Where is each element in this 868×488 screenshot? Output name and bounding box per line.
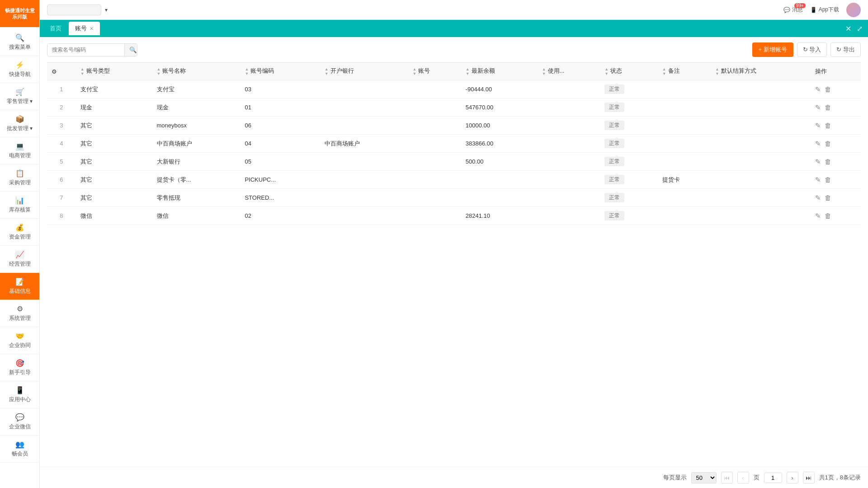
- table-row: 6其它提货卡（零...PICKUPC...正常提货卡✎🗑: [47, 171, 861, 189]
- tab-首页[interactable]: 首页: [43, 22, 68, 35]
- sidebar-item-ecommerce[interactable]: 💻电商管理: [0, 137, 39, 164]
- sidebar-item-inventory[interactable]: 📊库存核算: [0, 192, 39, 219]
- toolbar: 🔍 + 新增账号 ↻ 导入 ↻ 导出: [47, 42, 861, 57]
- col-account[interactable]: ▲▼账号: [408, 63, 461, 80]
- sidebar-item-system[interactable]: ⚙系统管理: [0, 300, 39, 327]
- edit-icon-3[interactable]: ✎: [815, 140, 821, 148]
- message-button[interactable]: 💬 消息 99+: [783, 6, 803, 14]
- cell-type-5: 其它: [76, 171, 152, 189]
- sidebar-item-retail[interactable]: 🛒零售管理 ▾: [0, 83, 39, 110]
- import-button[interactable]: ↻ 导入: [797, 42, 827, 57]
- page-input[interactable]: [764, 473, 782, 483]
- sidebar-item-quick-nav[interactable]: ⚡快捷导航: [0, 56, 39, 83]
- expand-button[interactable]: ⤢: [855, 23, 864, 34]
- sidebar-item-operation[interactable]: 📈经营管理: [0, 246, 39, 273]
- delete-icon-6[interactable]: 🗑: [825, 194, 831, 202]
- sidebar-item-purchase[interactable]: 📋采购管理: [0, 164, 39, 192]
- delete-icon-3[interactable]: 🗑: [825, 140, 831, 147]
- sidebar-item-search-menu[interactable]: 🔍搜索菜单: [0, 29, 39, 56]
- edit-icon-4[interactable]: ✎: [815, 158, 821, 166]
- add-account-button[interactable]: + 新增账号: [752, 42, 793, 57]
- col-name[interactable]: ▲▼账号名称: [152, 63, 241, 80]
- export-button[interactable]: ↻ 导出: [830, 42, 861, 57]
- cell-remark-3: [658, 135, 711, 153]
- cell-status-5: 正常: [600, 171, 657, 189]
- tab-账号[interactable]: 账号✕: [69, 22, 100, 35]
- sidebar-item-app-center[interactable]: 📱应用中心: [0, 381, 39, 408]
- last-page-button[interactable]: ⏭: [803, 472, 815, 483]
- delete-icon-7[interactable]: 🗑: [825, 212, 831, 220]
- delete-icon-1[interactable]: 🗑: [825, 103, 831, 111]
- col-action: 操作: [811, 63, 861, 80]
- col-balance[interactable]: ▲▼最新余额: [461, 63, 538, 80]
- cell-name-0: 支付宝: [152, 80, 241, 99]
- sidebar-item-enterprise-wechat[interactable]: 💬企业微信: [0, 408, 39, 436]
- tab-label-0: 首页: [50, 24, 61, 33]
- sidebar-label-enterprise-wechat: 企业微信: [9, 423, 31, 431]
- delete-icon-4[interactable]: 🗑: [825, 158, 831, 165]
- col-remark[interactable]: ▲▼备注: [658, 63, 711, 80]
- edit-icon-6[interactable]: ✎: [815, 194, 821, 202]
- sidebar-item-member[interactable]: 👥畅会员: [0, 436, 39, 463]
- col-default_pay[interactable]: ▲▼默认结算方式: [711, 63, 811, 80]
- cell-action-2: ✎🗑: [811, 117, 861, 135]
- cell-usage-6: [538, 189, 600, 207]
- sidebar-icon-finance: 💰: [15, 223, 24, 232]
- edit-icon-7[interactable]: ✎: [815, 212, 821, 220]
- sidebar-label-ecommerce: 电商管理: [9, 152, 31, 160]
- avatar[interactable]: [846, 3, 861, 17]
- edit-icon-0[interactable]: ✎: [815, 85, 821, 94]
- cell-bank-0: [320, 80, 408, 99]
- cell-balance-3: 383866.00: [461, 135, 538, 153]
- sidebar-item-new-guide[interactable]: 🎯新手引导: [0, 354, 39, 381]
- cell-action-7: ✎🗑: [811, 207, 861, 225]
- cell-account-7: [408, 207, 461, 225]
- col-bank[interactable]: ▲▼开户银行: [320, 63, 408, 80]
- prev-page-button[interactable]: ‹: [737, 472, 749, 483]
- table-row: 2现金现金01547670.00正常✎🗑: [47, 99, 861, 117]
- topbar: ▾ 💬 消息 99+ 📱 App下载: [40, 0, 868, 20]
- app-logo: 畅捷通时生意 乐邦版: [0, 0, 39, 27]
- edit-icon-1[interactable]: ✎: [815, 103, 821, 112]
- sidebar-icon-member: 👥: [15, 440, 24, 449]
- cell-bank-4: [320, 153, 408, 171]
- sidebar-label-app-center: 应用中心: [9, 396, 31, 404]
- cell-remark-6: [658, 189, 711, 207]
- sidebar-item-enterprise-agreement[interactable]: 🤝企业协同: [0, 327, 39, 354]
- tab-close-1[interactable]: ✕: [90, 26, 94, 32]
- sidebar-item-basic-info[interactable]: 📝基础信息: [0, 273, 39, 300]
- main-area: ▾ 💬 消息 99+ 📱 App下载 首页账号✕ ✕ ⤢: [40, 0, 868, 488]
- col-code[interactable]: ▲▼账号编码: [240, 63, 320, 80]
- cell-action-6: ✎🗑: [811, 189, 861, 207]
- topbar-dropdown[interactable]: ▾: [105, 7, 108, 13]
- cell-default-pay-2: [711, 117, 811, 135]
- sidebar-item-finance[interactable]: 💰资金管理: [0, 219, 39, 246]
- col-status[interactable]: ▲▼状态: [600, 63, 657, 80]
- cell-code-6: STORED...: [240, 189, 320, 207]
- cell-default-pay-7: [711, 207, 811, 225]
- next-page-button[interactable]: ›: [787, 472, 798, 483]
- col-usage[interactable]: ▲▼使用...: [538, 63, 600, 80]
- logo-text: 畅捷通时生意 乐邦版: [5, 7, 35, 20]
- sort-icon-account: ▲▼: [413, 67, 417, 76]
- delete-icon-2[interactable]: 🗑: [825, 122, 831, 129]
- cell-default-pay-1: [711, 99, 811, 117]
- edit-icon-2[interactable]: ✎: [815, 122, 821, 130]
- per-page-select[interactable]: 50 100 200: [691, 472, 717, 483]
- close-all-tabs-button[interactable]: ✕: [844, 23, 853, 34]
- search-input[interactable]: [47, 44, 124, 56]
- status-badge-6: 正常: [604, 193, 624, 202]
- cell-status-4: 正常: [600, 153, 657, 171]
- delete-icon-5[interactable]: 🗑: [825, 176, 831, 183]
- search-button[interactable]: 🔍: [124, 44, 137, 56]
- col-type[interactable]: ▲▼账号类型: [76, 63, 152, 80]
- cell-action-0: ✎🗑: [811, 80, 861, 99]
- edit-icon-5[interactable]: ✎: [815, 176, 821, 184]
- topbar-search-input[interactable]: [47, 5, 101, 15]
- cell-name-1: 现金: [152, 99, 241, 117]
- sidebar-item-wholesale[interactable]: 📦批发管理 ▾: [0, 110, 39, 137]
- app-download-button[interactable]: 📱 App下载: [810, 6, 839, 14]
- delete-icon-0[interactable]: 🗑: [825, 85, 831, 93]
- cell-code-3: 04: [240, 135, 320, 153]
- first-page-button[interactable]: ⏮: [721, 472, 733, 483]
